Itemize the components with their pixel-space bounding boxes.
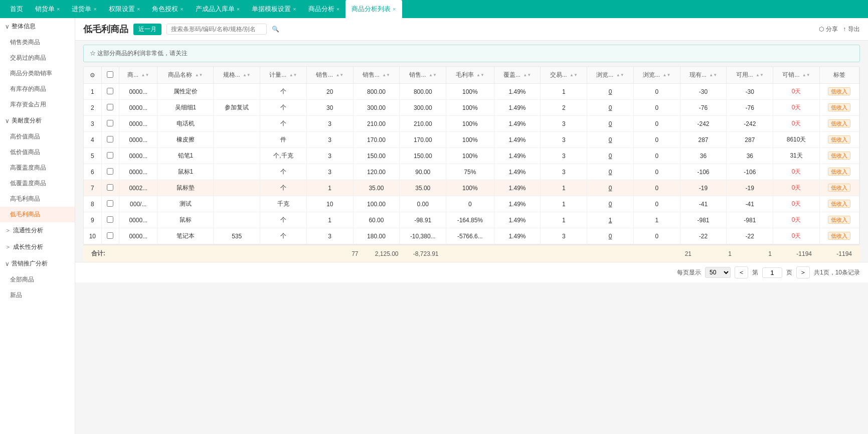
row-checkbox[interactable] — [101, 148, 119, 164]
row-view1[interactable]: 0 — [587, 132, 634, 148]
row-select-checkbox[interactable] — [107, 120, 113, 126]
select-all-checkbox[interactable] — [107, 71, 113, 78]
col-view1[interactable]: 浏览... ▲▼ — [587, 67, 634, 84]
col-spec[interactable]: 规格... ▲▼ — [214, 67, 260, 84]
row-view1[interactable]: 0 — [587, 196, 634, 212]
sidebar-item-low-coverage[interactable]: 低覆盖度商品 — [0, 176, 75, 191]
search-icon[interactable]: 🔍 — [272, 26, 279, 33]
close-sales-tab[interactable]: × — [57, 6, 60, 12]
row-select-checkbox[interactable] — [107, 88, 113, 94]
row-checkbox[interactable] — [101, 180, 119, 196]
table-row: 1 0000... 属性定价 个 20 800.00 800.00 100% 1… — [84, 84, 859, 100]
row-transaction: 3 — [541, 164, 587, 180]
date-filter-button[interactable]: 近一月 — [133, 24, 161, 35]
sidebar-item-category-rate[interactable]: 商品分类助销率 — [0, 66, 75, 81]
sidebar-item-sales-goods[interactable]: 销售类商品 — [0, 35, 75, 50]
nav-item-purchase[interactable]: 进货单× — [66, 0, 102, 18]
sidebar-item-new-goods[interactable]: 新品 — [0, 287, 75, 303]
close-roles-tab[interactable]: × — [180, 6, 183, 12]
col-coverage[interactable]: 覆盖... ▲▼ — [494, 67, 541, 84]
row-checkbox[interactable] — [101, 116, 119, 132]
sidebar-item-high-coverage[interactable]: 高覆盖度商品 — [0, 160, 75, 176]
prev-page-button[interactable]: ＜ — [735, 266, 748, 278]
row-spec — [214, 180, 260, 196]
sidebar-group-beauty[interactable]: ∨ 美耐度分析 — [0, 112, 75, 129]
sidebar-item-in-stock[interactable]: 有库存的商品 — [0, 81, 75, 97]
row-select-checkbox[interactable] — [107, 168, 113, 175]
sidebar-item-high-value[interactable]: 高价值商品 — [0, 129, 75, 144]
col-name[interactable]: 商品名称 ▲▼ — [157, 67, 214, 84]
per-page-select[interactable]: 50 20 100 — [705, 267, 731, 278]
col-current-stock[interactable]: 现有... ▲▼ — [680, 67, 727, 84]
sidebar-item-traded-goods[interactable]: 交易过的商品 — [0, 50, 75, 66]
sidebar-item-capital[interactable]: 库存资金占用 — [0, 97, 75, 112]
sidebar-group-flow[interactable]: ＞ 流通性分析 — [0, 222, 75, 239]
close-products-tab[interactable]: × — [237, 6, 240, 12]
sidebar-group-growth[interactable]: ＞ 成长性分析 — [0, 239, 75, 255]
row-select-checkbox[interactable] — [107, 184, 113, 191]
row-view1[interactable]: 0 — [587, 116, 634, 132]
search-input[interactable] — [166, 24, 267, 35]
row-select-checkbox[interactable] — [107, 136, 113, 142]
col-transaction[interactable]: 交易... ▲▼ — [541, 67, 587, 84]
close-analysis-list-tab[interactable]: × — [393, 6, 396, 12]
nav-item-sales[interactable]: 销货单× — [29, 0, 66, 18]
row-checkbox[interactable] — [101, 212, 119, 228]
row-checkbox[interactable] — [101, 84, 119, 100]
col-code[interactable]: 商... ▲▼ — [119, 67, 157, 84]
close-permissions-tab[interactable]: × — [137, 6, 140, 12]
nav-item-home[interactable]: 首页 — [4, 0, 29, 18]
col-sales-profit[interactable]: 销售... ▲▼ — [400, 67, 446, 84]
row-checkbox[interactable] — [101, 100, 119, 116]
nav-item-roles[interactable]: 角色授权× — [146, 0, 189, 18]
row-view1[interactable]: 1 — [587, 212, 634, 228]
sidebar-group-marketing[interactable]: ∨ 营销推广分析 — [0, 255, 75, 272]
row-checkbox[interactable] — [101, 228, 119, 244]
col-tag[interactable]: 标签 — [819, 67, 859, 84]
sidebar-item-high-margin[interactable]: 高毛利商品 — [0, 191, 75, 207]
sidebar-group-overall[interactable]: ∨ 整体信息 — [0, 18, 75, 35]
page-number-input[interactable] — [762, 267, 782, 278]
export-button[interactable]: ↑ 导出 — [843, 25, 860, 34]
nav-item-analysis-list[interactable]: 商品分析列表× — [345, 0, 402, 18]
row-view1[interactable]: 0 — [587, 164, 634, 180]
col-checkbox[interactable] — [101, 67, 119, 84]
row-transaction: 3 — [541, 116, 587, 132]
share-button[interactable]: ⬡ 分享 — [819, 25, 838, 34]
sidebar-item-low-value[interactable]: 低价值商品 — [0, 144, 75, 160]
close-analysis-tab[interactable]: × — [336, 6, 339, 12]
row-view1[interactable]: 0 — [587, 148, 634, 164]
row-checkbox[interactable] — [101, 196, 119, 212]
sidebar-item-low-margin[interactable]: 低毛利商品 — [0, 207, 75, 222]
row-checkbox[interactable] — [101, 164, 119, 180]
nav-item-analysis[interactable]: 商品分析× — [302, 0, 345, 18]
nav-item-products[interactable]: 产成品入库单× — [190, 0, 246, 18]
close-purchase-tab[interactable]: × — [93, 6, 96, 12]
col-gross-margin[interactable]: 毛利率 ▲▼ — [446, 67, 494, 84]
next-page-button[interactable]: ＞ — [796, 266, 810, 278]
col-view2[interactable]: 浏览... ▲▼ — [633, 67, 680, 84]
row-view1[interactable]: 0 — [587, 84, 634, 100]
nav-item-template[interactable]: 单据模板设置× — [246, 0, 302, 18]
row-view1[interactable]: 0 — [587, 100, 634, 116]
col-available[interactable]: 可用... ▲▼ — [727, 67, 773, 84]
table-footer: 合计: 77 2,125.00 -8,723.91 21 1 1 -1194 -… — [83, 245, 860, 262]
row-checkbox[interactable] — [101, 132, 119, 148]
close-template-tab[interactable]: × — [293, 6, 296, 12]
col-saleable[interactable]: 可销... ▲▼ — [773, 67, 820, 84]
row-select-checkbox[interactable] — [107, 104, 113, 110]
col-sales-qty[interactable]: 销售... ▲▼ — [306, 67, 353, 84]
col-unit[interactable]: 计量... ▲▼ — [260, 67, 307, 84]
row-name: 鼠标垫 — [157, 180, 214, 196]
row-select-checkbox[interactable] — [107, 232, 113, 239]
row-view1[interactable]: 0 — [587, 228, 634, 244]
row-view1[interactable]: 0 — [587, 180, 634, 196]
data-table-container: ⚙ 商... ▲▼ 商品名称 ▲▼ 规格... ▲▼ 计量... ▲▼ 销售..… — [83, 66, 860, 245]
nav-item-permissions[interactable]: 权限设置× — [103, 0, 146, 18]
col-sales-amt[interactable]: 销售... ▲▼ — [353, 67, 400, 84]
row-select-checkbox[interactable] — [107, 216, 113, 223]
row-select-checkbox[interactable] — [107, 200, 113, 207]
sidebar-item-all-goods[interactable]: 全部商品 — [0, 272, 75, 287]
row-select-checkbox[interactable] — [107, 152, 113, 159]
col-settings[interactable]: ⚙ — [84, 67, 101, 84]
